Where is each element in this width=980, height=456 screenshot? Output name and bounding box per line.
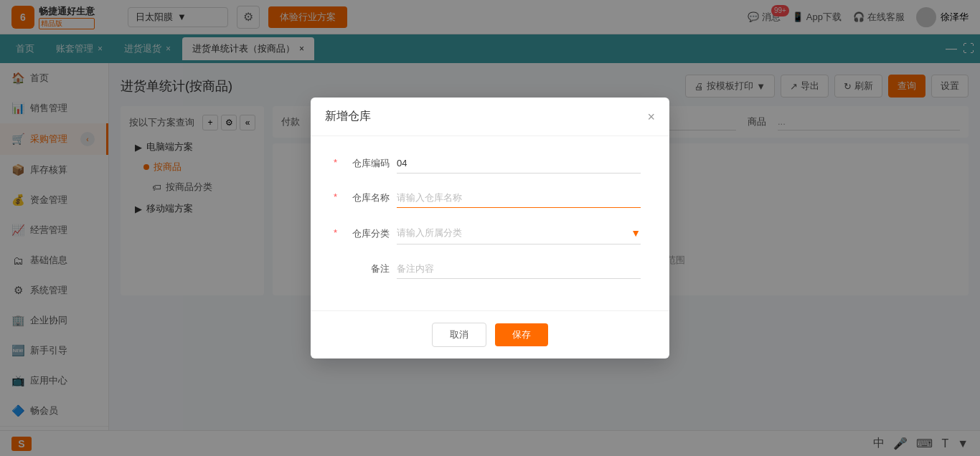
cancel-button[interactable]: 取消 (432, 323, 486, 347)
save-button[interactable]: 保存 (495, 323, 548, 346)
modal-header: 新增仓库 × (311, 98, 669, 136)
remark-field: 备注 (339, 259, 641, 279)
modal-title: 新增仓库 (325, 109, 371, 124)
modal-close-button[interactable]: × (647, 110, 655, 123)
modal-body: 仓库编码 仓库名称 仓库分类 请输入所属分类 ▼ 备注 (311, 136, 669, 310)
modal-overlay: 新增仓库 × 仓库编码 仓库名称 仓库分类 请输入所属分类 ▼ (0, 0, 980, 456)
code-input[interactable] (397, 153, 641, 174)
code-label: 仓库编码 (339, 157, 397, 170)
modal-footer: 取消 保存 (311, 310, 669, 358)
remark-input[interactable] (397, 259, 641, 279)
new-warehouse-modal: 新增仓库 × 仓库编码 仓库名称 仓库分类 请输入所属分类 ▼ (311, 98, 669, 358)
warehouse-name-field: 仓库名称 (339, 188, 641, 208)
warehouse-code-field: 仓库编码 (339, 153, 641, 174)
name-label: 仓库名称 (339, 191, 397, 204)
category-label: 仓库分类 (339, 227, 397, 240)
select-arrow-icon: ▼ (631, 227, 641, 239)
warehouse-category-field: 仓库分类 请输入所属分类 ▼ (339, 222, 641, 244)
name-input[interactable] (397, 188, 641, 208)
category-select[interactable]: 请输入所属分类 ▼ (397, 222, 641, 244)
remark-label: 备注 (339, 262, 397, 275)
